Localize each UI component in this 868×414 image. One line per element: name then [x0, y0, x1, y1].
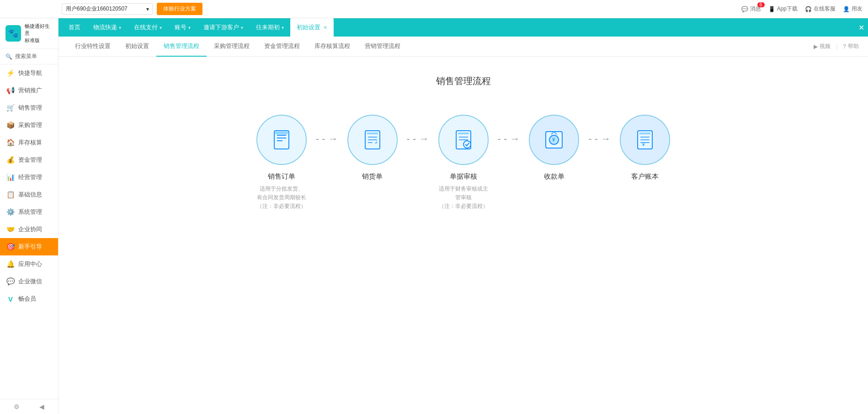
chevron-icon: ▾ — [160, 25, 162, 30]
close-all-icon[interactable]: ✕ — [858, 23, 864, 32]
flow-arrow-2: - - → — [407, 115, 429, 145]
doc-review-icon — [452, 128, 475, 152]
quick-nav-icon: ⚡ — [6, 69, 15, 77]
app-center-icon: 🔔 — [6, 260, 15, 268]
tab-label: 往来期初 — [256, 23, 280, 32]
system-icon: ⚙️ — [6, 208, 15, 216]
sub-tab-sales-flow[interactable]: 销售管理流程 — [156, 37, 207, 57]
chevron-icon: ▾ — [282, 25, 284, 30]
sub-tab-inventory-flow[interactable]: 库存核算流程 — [307, 37, 357, 57]
sidebar: 🐾 畅捷通好生意 标准版 🔍 搜索菜单 ⚡ 快捷导航 📢 营销推广 🛒 销售管理… — [0, 18, 59, 414]
sidebar-item-marketing-promo[interactable]: 📢 营销推广 — [0, 82, 58, 99]
sidebar-item-label: 畅会员 — [18, 295, 36, 303]
help-icon: ? — [843, 43, 846, 50]
receipt-icon: ¥ — [542, 128, 566, 152]
tab-account[interactable]: 账号 ▾ — [168, 18, 197, 37]
message-item[interactable]: 💬 消息 6 — [741, 5, 761, 13]
collapse-icon[interactable]: ◀ — [39, 403, 44, 410]
sidebar-item-finance-mgmt[interactable]: 💰 资金管理 — [0, 151, 58, 169]
sub-tabs-left: 行业特性设置 初始设置 销售管理流程 采购管理流程 资金管理流程 — [68, 37, 408, 56]
video-label: 视频 — [820, 42, 831, 50]
content-area: 行业特性设置 初始设置 销售管理流程 采购管理流程 资金管理流程 — [59, 37, 868, 414]
sidebar-item-chang-member[interactable]: V 畅会员 — [0, 290, 58, 308]
sub-tab-label: 营销管理流程 — [365, 42, 400, 50]
sidebar-search[interactable]: 🔍 搜索菜单 — [0, 49, 58, 64]
sidebar-item-inventory[interactable]: 🏠 库存核算 — [0, 134, 58, 151]
sidebar-item-basic-info[interactable]: 📋 基础信息 — [0, 186, 58, 203]
sidebar-item-enterprise-wechat[interactable]: 💬 企业微信 — [0, 273, 58, 290]
app-download-item[interactable]: 📱 App下载 — [768, 5, 798, 13]
svg-rect-4 — [275, 132, 288, 134]
flow-step-doc-review: 单据审核 适用于财务审核或主管审核（注：非必要流程） — [427, 115, 500, 211]
sub-tab-label: 采购管理流程 — [214, 42, 250, 50]
tab-initial-setup[interactable]: 初始设置 ✕ — [290, 18, 334, 37]
tab-label: 初始设置 — [297, 23, 320, 32]
tab-label: 物流快递 — [93, 23, 117, 32]
tab-logistics[interactable]: 物流快递 ▾ — [87, 18, 128, 37]
page-title: 销售管理流程 — [68, 75, 859, 87]
trial-button[interactable]: 体验行业方案 — [157, 3, 202, 15]
user-menu-item[interactable]: 👤 用友 — [843, 5, 863, 13]
collab-icon: 🤝 — [6, 225, 15, 234]
message-icon: 💬 — [741, 6, 748, 12]
sub-tab-marketing-flow[interactable]: 营销管理流程 — [357, 37, 408, 57]
flow-arrow-3: - - → — [498, 115, 520, 145]
sidebar-item-quick-nav[interactable]: ⚡ 快捷导航 — [0, 64, 58, 82]
tab-label: 账号 — [175, 23, 186, 32]
guide-icon: 🎯 — [6, 243, 15, 251]
video-link[interactable]: ▶ 视频 — [814, 42, 831, 50]
sidebar-item-enterprise-collab[interactable]: 🤝 企业协同 — [0, 221, 58, 238]
inventory-icon: 🏠 — [6, 138, 15, 147]
settings-icon[interactable]: ⚙ — [14, 403, 20, 410]
flow-label-sales-invoice: 销货单 — [362, 172, 383, 181]
sidebar-item-sales-mgmt[interactable]: 🛒 销售管理 — [0, 99, 58, 117]
top-bar: 用户690企业1660120507 ▾ 体验行业方案 💬 消息 6 📱 App下… — [0, 0, 868, 18]
help-label: 帮助 — [848, 42, 859, 50]
search-icon: 🔍 — [5, 53, 12, 60]
logo-text: 畅捷通好生意 标准版 — [25, 23, 53, 44]
help-link[interactable]: ? 帮助 — [843, 42, 859, 50]
sidebar-item-label: 企业微信 — [18, 277, 42, 286]
sales-order-icon — [270, 128, 293, 152]
page-body: 销售管理流程 — [59, 57, 868, 220]
finance-icon: 💰 — [6, 156, 15, 164]
flow-step-receipt: ¥ 收款单 — [517, 115, 591, 185]
sidebar-item-label: 库存核算 — [18, 138, 42, 147]
tab-label: 首页 — [69, 23, 80, 32]
top-bar-right: 💬 消息 6 📱 App下载 🎧 在线客服 👤 用友 — [741, 5, 863, 13]
sub-tab-purchase-flow[interactable]: 采购管理流程 — [207, 37, 257, 57]
tab-period-init[interactable]: 往来期初 ▾ — [250, 18, 290, 37]
flow-circle-customer-ledger[interactable]: ¥ — [620, 115, 670, 165]
sidebar-item-label: 系统管理 — [18, 208, 42, 216]
search-label: 搜索菜单 — [15, 53, 37, 60]
flow-circle-sales-invoice[interactable] — [347, 115, 398, 165]
flow-circle-receipt[interactable]: ¥ — [529, 115, 579, 165]
tab-invite[interactable]: 邀请下游客户 ▾ — [197, 18, 250, 37]
svg-point-14 — [463, 141, 471, 148]
main-layout: 🐾 畅捷通好生意 标准版 🔍 搜索菜单 ⚡ 快捷导航 📢 营销推广 🛒 销售管理… — [0, 18, 868, 414]
sub-tab-init-setup[interactable]: 初始设置 — [118, 37, 156, 57]
tab-close-icon[interactable]: ✕ — [323, 25, 327, 31]
sidebar-item-system-mgmt[interactable]: ⚙️ 系统管理 — [0, 203, 58, 221]
sidebar-item-purchase-mgmt[interactable]: 📦 采购管理 — [0, 117, 58, 134]
chevron-down-icon: ▾ — [146, 6, 149, 12]
sidebar-item-label: 新手引导 — [18, 243, 42, 251]
user-selector[interactable]: 用户690企业1660120507 ▾ — [62, 3, 153, 15]
sidebar-item-new-guide[interactable]: 🎯 新手引导 — [0, 238, 58, 255]
message-badge: 6 — [757, 2, 765, 7]
flow-circle-doc-review[interactable] — [438, 115, 489, 165]
wechat-icon: 💬 — [6, 277, 15, 286]
app-icon: 📱 — [768, 6, 775, 12]
tab-home[interactable]: 首页 — [62, 18, 87, 37]
flow-circle-sales-order[interactable] — [256, 115, 307, 165]
service-item[interactable]: 🎧 在线客服 — [805, 5, 836, 13]
sub-tab-industry[interactable]: 行业特性设置 — [68, 37, 118, 57]
headset-icon: 🎧 — [805, 6, 812, 12]
sub-tabs: 行业特性设置 初始设置 销售管理流程 采购管理流程 资金管理流程 — [59, 37, 868, 57]
tab-payment[interactable]: 在线支付 ▾ — [128, 18, 168, 37]
sidebar-item-ops-mgmt[interactable]: 📊 经营管理 — [0, 169, 58, 186]
sidebar-item-app-center[interactable]: 🔔 应用中心 — [0, 255, 58, 273]
sidebar-item-label: 销售管理 — [18, 104, 42, 112]
sub-tab-finance-flow[interactable]: 资金管理流程 — [257, 37, 307, 57]
sidebar-item-label: 采购管理 — [18, 121, 42, 129]
